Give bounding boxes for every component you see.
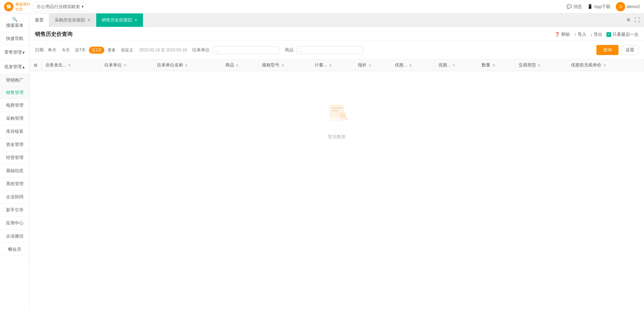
close-window-button[interactable]: ✕ (626, 17, 631, 23)
only-last-checkbox[interactable]: ✓ 只看最后一次 (606, 32, 639, 38)
import-icon: ↑ (574, 32, 576, 37)
col-label: 规格型号 (262, 62, 279, 67)
sidebar-item-sales-mgmt[interactable]: 销售管理 (0, 87, 29, 99)
date-btn-custom[interactable]: 自定义 (119, 47, 135, 54)
help-label: 帮助 (561, 32, 570, 38)
sidebar-item-label: 采购管理 (6, 115, 23, 121)
date-label: 日期 (35, 47, 44, 53)
sort-icon: ⇅ (236, 63, 238, 67)
sidebar-item-member[interactable]: 畅会员 (0, 243, 29, 256)
sidebar-item-wholesale-mgmt[interactable]: 批发管理 ▴ (0, 60, 29, 74)
tab-sales-history[interactable]: 销售历史价跟踪 ✕ (96, 13, 143, 27)
data-table: ⚙ 业务发生... ⇅ 往来单位 ⇅ 往来单位名称 (30, 59, 644, 71)
table-col-discount2[interactable]: 优惠... ⇅ (435, 59, 478, 71)
col-label: 计量... (315, 62, 327, 67)
tab-purchase-history[interactable]: 采购历史价跟踪 ✕ (49, 13, 96, 27)
sidebar-item-label: 销售管理 (6, 90, 23, 96)
table-col-product[interactable]: 商品 ⇅ (222, 59, 259, 71)
sidebar-item-marketing[interactable]: 营销推广 (0, 74, 29, 87)
date-btn-today[interactable]: 今天 (60, 47, 72, 54)
sidebar-item-quick-nav[interactable]: 快捷导航 (0, 32, 29, 45)
col-label: 数量 (482, 62, 490, 67)
product-input[interactable]: ... (296, 46, 363, 54)
gear-icon: ⚙ (34, 63, 38, 68)
table-col-gear[interactable]: ⚙ (30, 59, 42, 71)
sidebar-item-label: 企业协同 (6, 194, 23, 200)
app-selector[interactable]: 办公用品行业模拟账套 ▾ (34, 2, 87, 11)
sidebar-item-basic-info[interactable]: 基础信息 (0, 164, 29, 177)
table-col-unit[interactable]: 计量... ⇅ (311, 59, 355, 71)
sidebar-item-label: 新手引导 (6, 207, 23, 213)
svg-rect-2 (331, 107, 342, 109)
filter-right: 查询 设置 (596, 45, 639, 55)
tab-label: 采购历史价跟踪 (55, 17, 85, 23)
date-btn-last1month[interactable]: 近1月 (89, 47, 105, 54)
import-button[interactable]: ↑ 导入 (574, 32, 586, 38)
table-col-pretax-price[interactable]: 优惠前无税单价 ⇅ (568, 59, 644, 71)
user-action[interactable]: D demo2 (616, 2, 640, 11)
query-button[interactable]: 查询 (596, 45, 619, 55)
username-label: demo2 (627, 4, 640, 9)
sidebar-item-inventory[interactable]: 库存核算 (0, 125, 29, 138)
table-col-spec[interactable]: 规格型号 ⇅ (259, 59, 311, 71)
col-label: 优惠... (395, 62, 407, 67)
search-icon: 🔍 (12, 17, 17, 22)
table-container: ⚙ 业务发生... ⇅ 往来单位 ⇅ 往来单位名称 (30, 59, 644, 310)
help-button[interactable]: ❓ 帮助 (554, 32, 570, 38)
sidebar-item-label: 快捷导航 (6, 36, 23, 42)
sidebar-item-newcomer-guide[interactable]: 新手引导 (0, 204, 29, 217)
sidebar-item-search-menu[interactable]: 🔍 搜索菜单 (0, 13, 29, 32)
counterparty-filter-group: 往来单位 ... (192, 46, 279, 54)
sidebar-item-purchase-mgmt[interactable]: 采购管理 (0, 112, 29, 125)
sidebar-item-finance-mgmt[interactable]: 资金管理 (0, 138, 29, 151)
sidebar-item-label: 搜索菜单 (6, 22, 23, 29)
table-col-discount1[interactable]: 优惠... ⇅ (391, 59, 435, 71)
sidebar-item-enterprise-wechat[interactable]: 企业微信 (0, 230, 29, 243)
maximize-window-button[interactable]: ⛶ (635, 17, 640, 23)
help-icon: ❓ (554, 32, 560, 37)
date-btn-last7days[interactable]: 近7天 (73, 47, 88, 54)
app-download-action[interactable]: 📱 App下载 (587, 4, 610, 10)
sidebar-item-system-mgmt[interactable]: 系统管理 (0, 177, 29, 191)
sidebar-item-enterprise-collab[interactable]: 企业协同 (0, 191, 29, 204)
date-btn-yesterday[interactable]: 昨天 (46, 47, 58, 54)
sort-icon: ⇅ (452, 63, 455, 67)
sort-icon: ⇅ (281, 63, 284, 67)
product-filter-group: 商品 ... (285, 46, 363, 54)
table-col-quoted-price[interactable]: 报价 ⇅ (355, 59, 391, 71)
sidebar-item-label: 系统管理 (6, 181, 23, 187)
checkbox-icon: ✓ (606, 32, 611, 37)
tab-close-icon[interactable]: ✕ (87, 18, 91, 22)
message-action[interactable]: 💬 消息 (567, 4, 582, 10)
tab-bar: 首页 采购历史价跟踪 ✕ 销售历史价跟踪 ✕ ✕ ⛶ (30, 13, 644, 27)
avatar: D (616, 2, 625, 11)
col-label: 往来单位 (104, 62, 122, 67)
settings-button[interactable]: 设置 (621, 45, 639, 55)
tab-home[interactable]: 首页 (30, 13, 49, 27)
table-col-trade-type[interactable]: 交易类型 ⇅ (515, 59, 568, 71)
sort-icon: ⇅ (369, 63, 371, 67)
table-col-counterparty-name[interactable]: 往来单位名称 ⇅ (153, 59, 222, 71)
table-col-quantity[interactable]: 数量 ⇅ (478, 59, 515, 71)
export-button[interactable]: ↓ 导出 (590, 32, 603, 38)
sidebar-item-ecommerce-mgmt[interactable]: 电商管理 (0, 99, 29, 112)
counterparty-input[interactable]: ... (212, 46, 279, 54)
col-label: 优惠... (438, 62, 451, 67)
col-label: 报价 (358, 62, 367, 67)
table-col-biz-date[interactable]: 业务发生... ⇅ (42, 59, 101, 71)
sidebar-item-label: 营销推广 (6, 77, 23, 83)
sidebar-item-operations-mgmt[interactable]: 经营管理 (0, 151, 29, 164)
top-bar-right: 💬 消息 📱 App下载 D demo2 (567, 2, 640, 11)
sort-icon: ⇅ (409, 63, 412, 67)
sidebar-item-app-center[interactable]: 应用中心 (0, 217, 29, 230)
table-col-counterparty-code[interactable]: 往来单位 ⇅ (101, 59, 153, 71)
sidebar-item-label: 企业微信 (6, 233, 23, 239)
top-bar: 畅 畅捷通好生意 办公用品行业模拟账套 ▾ 💬 消息 📱 App下载 D dem… (0, 0, 644, 13)
tab-label: 销售历史价跟踪 (102, 17, 132, 23)
sidebar-item-label: 经营管理 (6, 155, 23, 161)
tab-close-icon[interactable]: ✕ (134, 18, 138, 22)
date-btn-more[interactable]: 更多 (106, 47, 118, 54)
main-layout: 🔍 搜索菜单 快捷导航 零售管理 ▾ 批发管理 ▴ 营销推广 销售管理 电商管理… (0, 13, 644, 310)
sidebar-item-retail-mgmt[interactable]: 零售管理 ▾ (0, 45, 29, 60)
counterparty-label: 往来单位 (192, 47, 210, 53)
